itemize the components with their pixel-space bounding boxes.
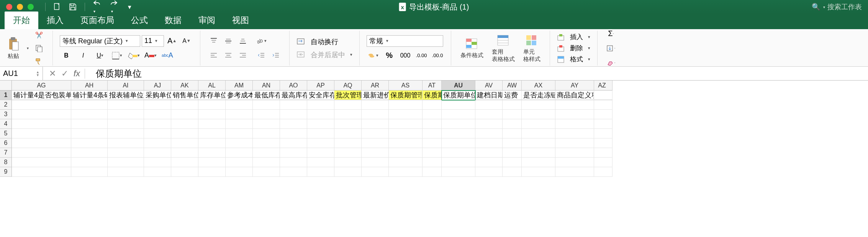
cell[interactable]: [503, 100, 522, 110]
cell[interactable]: [226, 110, 253, 119]
comma-button[interactable]: 000: [399, 50, 412, 61]
cell[interactable]: [71, 148, 108, 158]
cell[interactable]: [522, 158, 555, 167]
cell[interactable]: [522, 129, 555, 138]
cell[interactable]: [12, 119, 71, 129]
cell[interactable]: [475, 129, 503, 138]
cell[interactable]: [389, 158, 423, 167]
cell[interactable]: [226, 167, 253, 177]
cell[interactable]: [71, 167, 108, 177]
cell[interactable]: [389, 167, 423, 177]
conditional-format-button[interactable]: 条件格式: [458, 36, 486, 60]
increase-decimal-button[interactable]: .0.00: [415, 50, 428, 61]
column-header[interactable]: AZ: [594, 81, 613, 91]
column-header[interactable]: AK: [171, 81, 198, 91]
column-header[interactable]: AS: [389, 81, 423, 91]
cell[interactable]: [334, 100, 362, 110]
cell[interactable]: [108, 158, 144, 167]
cell[interactable]: [522, 119, 555, 129]
cell[interactable]: [362, 119, 389, 129]
cell[interactable]: [12, 110, 71, 119]
percent-button[interactable]: %: [383, 50, 396, 61]
cell[interactable]: [362, 158, 389, 167]
row-header[interactable]: 2: [0, 100, 12, 110]
cell[interactable]: [307, 158, 334, 167]
cell[interactable]: [362, 138, 389, 148]
fill-color-button[interactable]: ▾: [127, 50, 140, 61]
cut-icon[interactable]: ✂️: [33, 30, 46, 41]
cell[interactable]: [253, 148, 280, 158]
cell[interactable]: [171, 119, 198, 129]
clear-button[interactable]: ·: [604, 57, 617, 69]
tab-home[interactable]: 开始: [5, 12, 38, 29]
cell[interactable]: [442, 110, 475, 119]
fx-icon[interactable]: fx: [74, 69, 85, 79]
column-header[interactable]: AU: [442, 81, 475, 91]
zoom-window[interactable]: [28, 4, 34, 10]
font-color-button[interactable]: A▾: [144, 50, 157, 61]
underline-button[interactable]: U▾: [93, 50, 106, 61]
cell[interactable]: [594, 138, 613, 148]
cell[interactable]: [198, 129, 226, 138]
tab-view[interactable]: 视图: [224, 12, 257, 29]
cell[interactable]: [389, 148, 423, 158]
tab-data[interactable]: 数据: [156, 12, 190, 29]
cell[interactable]: [171, 100, 198, 110]
italic-button[interactable]: I: [77, 50, 90, 61]
cell[interactable]: [144, 158, 171, 167]
currency-button[interactable]: ▾: [367, 50, 380, 61]
cell[interactable]: [555, 129, 594, 138]
cell[interactable]: [226, 158, 253, 167]
align-center-icon[interactable]: [222, 50, 235, 61]
formula-input[interactable]: [91, 68, 868, 79]
cell[interactable]: [198, 100, 226, 110]
cell[interactable]: [423, 148, 442, 158]
cell[interactable]: [226, 100, 253, 110]
cell[interactable]: [503, 148, 522, 158]
cell[interactable]: [503, 138, 522, 148]
number-format-combo[interactable]: 常规▾: [367, 35, 443, 47]
font-size-combo[interactable]: 11▾: [142, 35, 164, 47]
cell[interactable]: [594, 148, 613, 158]
cell[interactable]: [522, 100, 555, 110]
cell[interactable]: 保质期单位: [442, 91, 475, 100]
cell[interactable]: [12, 129, 71, 138]
cell[interactable]: [389, 119, 423, 129]
cell[interactable]: [389, 138, 423, 148]
cell[interactable]: [475, 138, 503, 148]
wrap-text-button[interactable]: 自动换行: [296, 37, 352, 46]
cell[interactable]: [475, 119, 503, 129]
cell[interactable]: [253, 119, 280, 129]
cell[interactable]: [503, 119, 522, 129]
cell[interactable]: [108, 138, 144, 148]
cell[interactable]: 辅计量4条码: [71, 91, 108, 100]
close-window[interactable]: [6, 4, 12, 10]
cell[interactable]: [108, 100, 144, 110]
tab-insert[interactable]: 插入: [38, 12, 72, 29]
column-header[interactable]: AH: [71, 81, 108, 91]
cell[interactable]: [198, 110, 226, 119]
cell[interactable]: [307, 129, 334, 138]
cell[interactable]: [442, 119, 475, 129]
cell[interactable]: [475, 100, 503, 110]
cell[interactable]: [522, 138, 555, 148]
cell[interactable]: [253, 158, 280, 167]
cell[interactable]: [503, 167, 522, 177]
cell[interactable]: [475, 158, 503, 167]
cell[interactable]: 采购单位: [144, 91, 171, 100]
name-box[interactable]: AU1 ▲▼: [0, 67, 43, 81]
decrease-decimal-button[interactable]: .00.0: [431, 50, 444, 61]
cell[interactable]: [12, 100, 71, 110]
cell[interactable]: [280, 148, 307, 158]
cell[interactable]: [144, 100, 171, 110]
tab-review[interactable]: 审阅: [190, 12, 224, 29]
cell[interactable]: [307, 167, 334, 177]
column-header[interactable]: AG: [12, 81, 71, 91]
cell[interactable]: [307, 100, 334, 110]
cell[interactable]: [12, 158, 71, 167]
column-header[interactable]: AP: [307, 81, 334, 91]
cell[interactable]: [555, 167, 594, 177]
cell[interactable]: [594, 129, 613, 138]
cell[interactable]: 最新进价: [362, 91, 389, 100]
row-header[interactable]: 8: [0, 158, 12, 167]
